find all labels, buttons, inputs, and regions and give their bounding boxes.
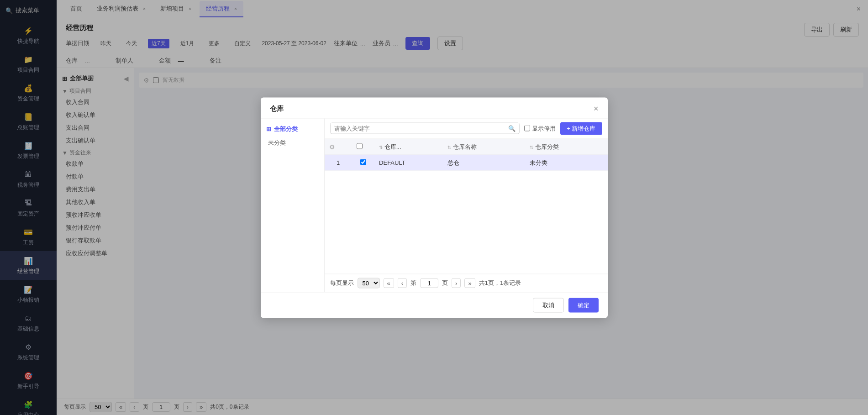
- table-header-row: ⚙ ⇅ 仓库... ⇅ 仓库名称 ⇅: [325, 139, 608, 155]
- dialog-actions: 取消 确定: [261, 292, 608, 318]
- sort-icon3: ⇅: [530, 144, 533, 149]
- search-box: 🔍: [330, 123, 520, 134]
- th-gear: ⚙: [325, 139, 352, 155]
- dialog-first-page[interactable]: «: [384, 278, 394, 288]
- add-warehouse-button[interactable]: + 新增仓库: [560, 122, 602, 135]
- dialog-all-category[interactable]: ⊞ 全部分类: [261, 122, 324, 136]
- dialog-pagination: 每页显示 50 « ‹ 第 页 › » 共1页，1条记录: [325, 273, 608, 292]
- th-check: [352, 139, 375, 155]
- dialog-body: ⊞ 全部分类 未分类 🔍 显示停用 + 新增仓库: [261, 118, 608, 292]
- dialog-toolbar: 🔍 显示停用 + 新增仓库: [325, 118, 608, 139]
- sort-icon: ⇅: [379, 144, 383, 149]
- confirm-button[interactable]: 确定: [568, 298, 599, 312]
- dialog-table-wrapper: ⚙ ⇅ 仓库... ⇅ 仓库名称 ⇅: [325, 139, 608, 273]
- dialog-close-button[interactable]: ×: [594, 104, 599, 113]
- dialog-title: 仓库: [270, 104, 284, 113]
- dialog-last-page[interactable]: »: [464, 278, 475, 288]
- search-icon2: 🔍: [508, 125, 516, 132]
- cell-code: DEFAULT: [374, 155, 443, 171]
- th-code[interactable]: ⇅ 仓库...: [374, 139, 443, 155]
- select-all-dialog[interactable]: [357, 143, 363, 149]
- sort-icon2: ⇅: [447, 144, 451, 149]
- cell-name: 总仓: [443, 155, 525, 171]
- table-row[interactable]: 1 DEFAULT 总仓 未分类: [325, 155, 608, 171]
- dialog-page-label: 页: [442, 279, 448, 287]
- page-size-label: 每页显示: [330, 279, 354, 287]
- show-disabled-checkbox[interactable]: [524, 126, 530, 131]
- th-category[interactable]: ⇅ 仓库分类: [525, 139, 607, 155]
- table-header: ⚙ ⇅ 仓库... ⇅ 仓库名称 ⇅: [325, 139, 608, 155]
- col-gear-icon[interactable]: ⚙: [329, 143, 335, 150]
- grid2-icon: ⊞: [266, 126, 271, 132]
- cell-category: 未分类: [525, 155, 607, 171]
- table-body: 1 DEFAULT 总仓 未分类: [325, 155, 608, 171]
- row-checkbox[interactable]: [360, 159, 366, 165]
- dialog-left-panel: ⊞ 全部分类 未分类: [261, 118, 325, 292]
- dialog-page-input[interactable]: [420, 278, 438, 288]
- th-name[interactable]: ⇅ 仓库名称: [443, 139, 525, 155]
- dialog-prev-page[interactable]: ‹: [398, 278, 407, 288]
- dialog-unclassified[interactable]: 未分类: [261, 136, 324, 149]
- dialog-next-page[interactable]: ›: [452, 278, 461, 288]
- cell-index: 1: [325, 155, 352, 171]
- warehouse-dialog: 仓库 × ⊞ 全部分类 未分类 🔍 显示停用 + 新增仓库: [261, 97, 608, 318]
- dialog-total-info: 共1页，1条记录: [479, 279, 521, 287]
- search-input[interactable]: [334, 125, 506, 132]
- dialog-right-panel: 🔍 显示停用 + 新增仓库 ⚙ ⇅ 仓库: [325, 118, 608, 292]
- warehouse-table: ⚙ ⇅ 仓库... ⇅ 仓库名称 ⇅: [325, 139, 608, 171]
- show-disabled-label[interactable]: 显示停用: [524, 124, 556, 132]
- cancel-button[interactable]: 取消: [533, 298, 564, 312]
- dialog-page-size-select[interactable]: 50: [358, 278, 380, 288]
- dialog-page-word: 第: [410, 279, 416, 287]
- dialog-header: 仓库 ×: [261, 97, 608, 118]
- cell-check: [352, 155, 375, 171]
